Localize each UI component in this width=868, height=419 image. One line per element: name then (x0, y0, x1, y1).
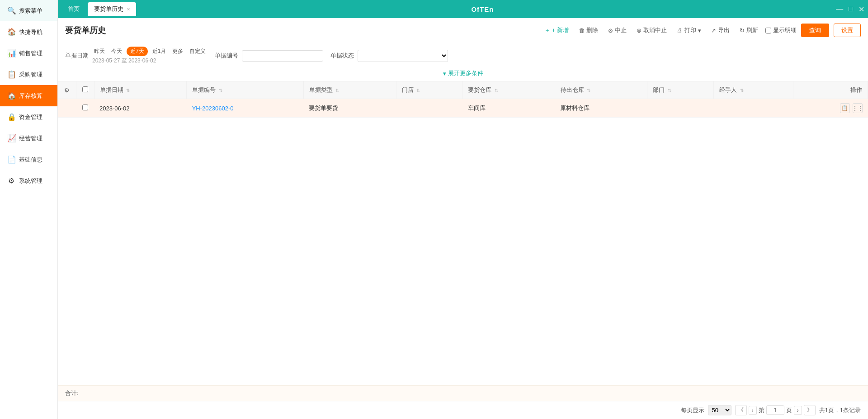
tab-home-label: 首页 (68, 5, 80, 13)
delete-button[interactable]: 🗑 删除 (576, 24, 601, 36)
sidebar-item-basics[interactable]: 📄 基础信息 (0, 149, 57, 170)
prev-page-button[interactable]: ‹ (749, 406, 757, 415)
row-action-edit[interactable]: 📋 (840, 103, 850, 113)
sort-icon-doc-date[interactable]: ⇅ (126, 88, 130, 93)
tab-home[interactable]: 首页 (61, 2, 86, 16)
next-page-button[interactable]: › (794, 406, 802, 415)
per-page-select[interactable]: 50 20 100 200 (708, 405, 731, 415)
stop-button[interactable]: ⊗ 中止 (605, 24, 629, 36)
th-store-label: 门店 (402, 86, 414, 93)
lock-icon: 🔒 (7, 113, 15, 121)
sidebar-item-finance[interactable]: 🔒 资金管理 (0, 106, 57, 128)
operations-icon: 📈 (7, 134, 15, 143)
print-button[interactable]: 🖨 打印 ▾ (674, 24, 704, 36)
sidebar-item-inventory[interactable]: 🏠 库存核算 (0, 85, 57, 106)
row-select-checkbox[interactable] (82, 105, 88, 110)
sort-icon-doc-number[interactable]: ⇅ (219, 88, 222, 93)
date-btn-more[interactable]: 更多 (170, 47, 185, 56)
tab-purchase-history[interactable]: 要货单历史 × (88, 2, 136, 16)
chevron-down-icon: ▾ (443, 70, 446, 77)
total-records-label: 共1页，1条记录 (819, 406, 861, 414)
home-icon: 🏠 (7, 28, 15, 36)
th-doc-number: 单据编号 ⇅ (187, 81, 304, 99)
toolbar: ＋ + 新增 🗑 删除 ⊗ 中止 ⊗ 取消中止 🖨 打印 (542, 24, 861, 37)
filter-row: 单据日期 昨天 今天 近7天 近1月 更多 自定义 2023-05-27 至 2… (65, 47, 861, 65)
show-detail-checkbox[interactable] (765, 28, 771, 33)
first-page-button[interactable]: 《 (735, 405, 747, 415)
new-label: + 新增 (552, 26, 569, 34)
select-all-checkbox[interactable] (82, 86, 88, 92)
window-minimize-icon[interactable]: — (836, 5, 843, 13)
th-req-warehouse: 要货仓库 ⇅ (462, 81, 555, 99)
sort-icon-doc-type[interactable]: ⇅ (335, 88, 339, 93)
sidebar-item-quicknav[interactable]: 🏠 快捷导航 (0, 21, 57, 43)
sidebar-item-label: 经营管理 (19, 134, 42, 143)
th-pending-warehouse: 待出仓库 ⇅ (555, 81, 647, 99)
th-handler: 经手人 ⇅ (714, 81, 793, 99)
date-btn-custom[interactable]: 自定义 (188, 47, 208, 56)
date-btn-yesterday[interactable]: 昨天 (92, 47, 107, 56)
topbar-window-controls: — □ ✕ (836, 5, 864, 14)
doc-status-select[interactable] (358, 50, 448, 62)
settings-column-icon[interactable]: ⚙ (64, 87, 70, 94)
refresh-icon: ↻ (740, 27, 745, 34)
sidebar: 🔍 搜索菜单 🏠 快捷导航 📊 销售管理 📋 采购管理 🏠 库存核算 🔒 资金管… (0, 0, 58, 419)
sidebar-item-purchase[interactable]: 📋 采购管理 (0, 64, 57, 85)
refresh-button[interactable]: ↻ 刷新 (737, 24, 761, 36)
query-button[interactable]: 查询 (801, 24, 829, 37)
row-req-warehouse: 车间库 (462, 99, 555, 118)
cancel-stop-button[interactable]: ⊗ 取消中止 (634, 24, 670, 36)
expand-more-btn[interactable]: ▾ 展开更多条件 (443, 69, 483, 77)
table-row: 2023-06-02 YH-20230602-0 要货单要货 车间库 原材料仓库… (58, 99, 868, 118)
row-checkbox (76, 99, 94, 118)
table-wrapper: ⚙ 单据日期 ⇅ 单据编号 ⇅ (58, 81, 868, 385)
th-doc-type-label: 单据类型 (309, 86, 333, 93)
sort-icon-req-warehouse[interactable]: ⇅ (495, 88, 498, 93)
sort-icon-store[interactable]: ⇅ (416, 88, 420, 93)
sidebar-item-label: 采购管理 (19, 71, 42, 79)
date-btn-last7days[interactable]: 近7天 (127, 47, 148, 56)
print-label: 打印 (684, 26, 696, 34)
show-detail-checkbox-wrapper[interactable]: 显示明细 (765, 26, 797, 34)
export-button[interactable]: ↗ 导出 (708, 24, 732, 36)
row-actions: 📋 ⋮⋮ (793, 99, 868, 118)
export-icon: ↗ (711, 27, 716, 34)
last-page-button[interactable]: 》 (804, 405, 816, 415)
date-filter-group: 单据日期 昨天 今天 近7天 近1月 更多 自定义 2023-05-27 至 2… (65, 47, 208, 65)
sidebar-item-label: 基础信息 (19, 156, 42, 164)
th-checkbox (76, 81, 94, 99)
main-content: 首页 要货单历史 × OfTEn — □ ✕ 要货单历史 ＋ + 新增 🗑 删 (58, 0, 868, 419)
refresh-label: 刷新 (746, 26, 758, 34)
search-icon: 🔍 (7, 6, 15, 15)
sidebar-item-label: 库存核算 (19, 92, 42, 100)
gear-icon: ⚙ (7, 176, 15, 185)
row-pending-warehouse: 原材料仓库 (555, 99, 647, 118)
sidebar-item-search[interactable]: 🔍 搜索菜单 (0, 0, 57, 21)
window-restore-icon[interactable]: □ (849, 5, 853, 13)
sidebar-item-operations[interactable]: 📈 经营管理 (0, 128, 57, 149)
print-dropdown-icon[interactable]: ▾ (698, 27, 701, 34)
doc-number-link[interactable]: YH-20230602-0 (192, 105, 234, 112)
th-pending-warehouse-label: 待出仓库 (561, 86, 584, 93)
doc-number-input[interactable] (242, 50, 323, 62)
window-close-icon[interactable]: ✕ (859, 5, 864, 14)
sidebar-item-sales[interactable]: 📊 销售管理 (0, 43, 57, 64)
page-title: 要货单历史 (65, 25, 542, 36)
sort-icon-handler[interactable]: ⇅ (740, 88, 744, 93)
row-handler (714, 99, 793, 118)
sidebar-item-label: 销售管理 (19, 49, 42, 57)
new-icon: ＋ (544, 26, 550, 34)
sort-icon-department[interactable]: ⇅ (668, 88, 671, 93)
tab-close-icon[interactable]: × (127, 6, 130, 12)
sort-icon-pending-warehouse[interactable]: ⇅ (587, 88, 590, 93)
settings-button[interactable]: 设置 (834, 24, 861, 37)
date-btn-last1month[interactable]: 近1月 (151, 47, 168, 56)
page-number-input[interactable] (766, 405, 784, 415)
row-settings (58, 99, 76, 118)
new-button[interactable]: ＋ + 新增 (542, 24, 571, 36)
row-action-more[interactable]: ⋮⋮ (853, 103, 863, 113)
date-btn-today[interactable]: 今天 (109, 47, 124, 56)
sidebar-item-system[interactable]: ⚙ 系统管理 (0, 170, 57, 191)
inventory-icon: 🏠 (7, 91, 15, 100)
th-department: 部门 ⇅ (647, 81, 714, 99)
